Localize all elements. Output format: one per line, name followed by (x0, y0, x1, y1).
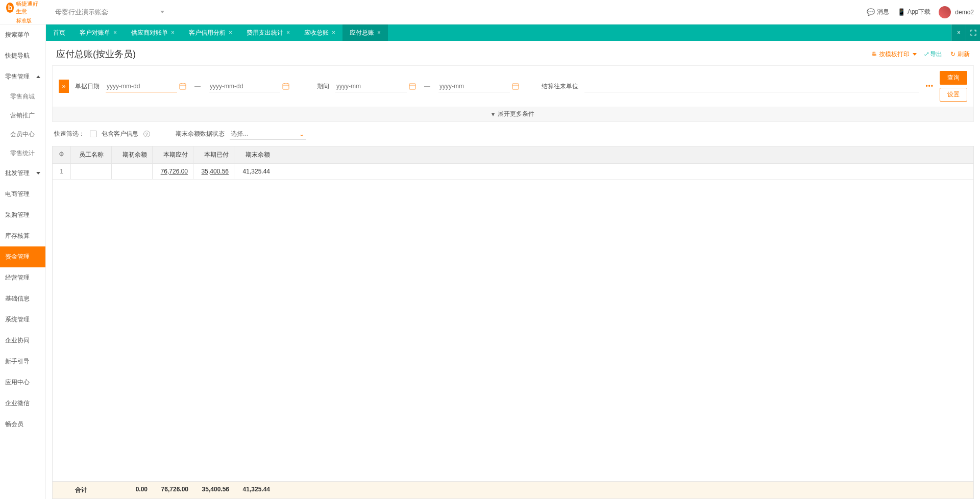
cell-paid-link[interactable]: 35,400.56 (202, 168, 229, 175)
logo[interactable]: b 畅捷通好生意 标准版 (6, 0, 42, 24)
close-icon[interactable]: × (171, 29, 175, 36)
sidebar-inventory[interactable]: 库存核算 (0, 226, 45, 246)
footer-paid: 35,400.56 (193, 482, 234, 498)
app-download-button[interactable]: App下载 (897, 8, 930, 16)
sidebar-funds[interactable]: 资金管理 (0, 246, 45, 267)
chevron-down-icon (36, 172, 40, 174)
messages-button[interactable]: 消息 (867, 8, 889, 16)
doc-date-from-input[interactable] (106, 81, 177, 92)
query-button[interactable]: 查询 (940, 71, 967, 85)
close-icon[interactable]: × (377, 29, 381, 36)
tab-expense-stats[interactable]: 费用支出统计× (239, 24, 297, 41)
sidebar-wechat[interactable]: 企业微信 (0, 393, 45, 414)
table-body: 1 76,726.00 35,400.56 41,325.44 (52, 164, 974, 481)
tab-home[interactable]: 首页 (46, 24, 72, 41)
refresh-button[interactable]: 刷新 (950, 50, 970, 59)
cell-opening (112, 164, 153, 179)
close-icon[interactable]: × (286, 29, 290, 36)
page-header: 应付总账(按业务员) 按模板打印 导出 刷新 (46, 41, 980, 65)
close-icon[interactable]: × (113, 29, 117, 36)
avatar (939, 6, 951, 18)
phone-icon (897, 8, 905, 16)
footer-payable: 76,726.00 (153, 482, 193, 498)
more-icon[interactable]: ••• (925, 83, 934, 90)
period-to-input[interactable] (438, 81, 510, 92)
close-icon[interactable]: × (332, 29, 335, 36)
calendar-icon[interactable] (409, 83, 416, 90)
sidebar-retail-members[interactable]: 会员中心 (0, 125, 45, 144)
sidebar-ecommerce[interactable]: 电商管理 (0, 184, 45, 205)
tab-payable[interactable]: 应付总账× (342, 24, 388, 41)
sidebar-search[interactable]: 搜索菜单 (0, 24, 45, 45)
expand-filters-button[interactable]: ▾ 展开更多条件 (53, 107, 973, 121)
print-label: 按模板打印 (879, 50, 910, 59)
refresh-icon (950, 51, 955, 58)
app-download-label: App下载 (908, 8, 930, 16)
filter-collapse-toggle[interactable]: » (59, 80, 69, 93)
partner-input[interactable] (584, 81, 919, 92)
sidebar-basic[interactable]: 基础信息 (0, 288, 45, 309)
topbar: b 畅捷通好生意 标准版 母婴行业演示账套 消息 App下载 demo2 (0, 0, 980, 24)
expand-label: 展开更多条件 (498, 110, 534, 118)
include-customer-checkbox[interactable] (90, 131, 96, 137)
account-name: 母婴行业演示账套 (55, 8, 108, 17)
chevron-down-icon (913, 53, 917, 56)
quick-filter-bar: 快速筛选： 包含客户信息 ? 期末余额数据状态 ⌄ (46, 122, 980, 146)
settings-column[interactable] (53, 146, 71, 163)
export-icon (925, 51, 928, 58)
export-button[interactable]: 导出 (925, 50, 942, 59)
help-icon[interactable]: ? (143, 131, 150, 137)
calendar-icon[interactable] (282, 83, 289, 90)
doc-date-to-input[interactable] (209, 81, 280, 92)
sidebar-collab[interactable]: 企业协同 (0, 330, 45, 351)
sidebar-quicknav[interactable]: 快捷导航 (0, 45, 45, 66)
account-selector[interactable]: 母婴行业演示账套 (51, 6, 168, 19)
tab-receivable[interactable]: 应收总账× (297, 24, 342, 41)
sidebar-operation[interactable]: 经营管理 (0, 267, 45, 288)
sidebar-retail-mall[interactable]: 零售商城 (0, 87, 45, 106)
calendar-icon[interactable] (179, 83, 186, 90)
sidebar-appcenter[interactable]: 应用中心 (0, 372, 45, 393)
col-paid[interactable]: 本期已付 (193, 146, 234, 163)
logo-text: 畅捷通好生意 (16, 0, 42, 15)
close-icon[interactable]: × (229, 29, 232, 36)
col-payable[interactable]: 本期应付 (153, 146, 193, 163)
sidebar-guide[interactable]: 新手引导 (0, 351, 45, 372)
table-row[interactable]: 1 76,726.00 35,400.56 41,325.44 (53, 164, 973, 180)
col-opening[interactable]: 期初余额 (112, 146, 153, 163)
svg-rect-10 (512, 84, 519, 89)
data-table: 员工名称 期初余额 本期应付 本期已付 期末余额 1 76,726.00 35,… (52, 146, 974, 499)
tab-supplier-statement[interactable]: 供应商对账单× (124, 24, 182, 41)
balance-state-select[interactable] (230, 128, 306, 140)
table-footer: 合计 0.00 76,726.00 35,400.56 41,325.44 (52, 481, 974, 499)
sidebar-retail[interactable]: 零售管理 (0, 66, 45, 87)
tabs-close-all[interactable]: × (951, 24, 966, 41)
footer-label: 合计 (71, 482, 112, 498)
sidebar-member[interactable]: 畅会员 (0, 414, 45, 435)
row-index: 1 (53, 164, 71, 179)
filter-panel: » 单据日期 — 期间 (52, 65, 974, 122)
sidebar-wholesale[interactable]: 批发管理 (0, 163, 45, 184)
main: 首页 客户对账单× 供应商对账单× 客户信用分析× 费用支出统计× 应收总账× … (46, 24, 980, 499)
fullscreen-icon (970, 30, 976, 36)
calendar-icon[interactable] (512, 83, 519, 90)
tabs-fullscreen[interactable] (966, 24, 980, 41)
svg-rect-4 (283, 84, 289, 89)
sidebar-system[interactable]: 系统管理 (0, 309, 45, 330)
sidebar-purchase[interactable]: 采购管理 (0, 205, 45, 226)
sidebar-retail-stats[interactable]: 零售统计 (0, 144, 45, 163)
col-employee[interactable]: 员工名称 (71, 146, 112, 163)
chevron-up-icon (36, 76, 40, 78)
settings-button[interactable]: 设置 (940, 88, 967, 102)
print-button[interactable]: 按模板打印 (871, 50, 917, 59)
tab-customer-statement[interactable]: 客户对账单× (72, 24, 124, 41)
sidebar-retail-marketing[interactable]: 营销推广 (0, 106, 45, 125)
cell-payable-link[interactable]: 76,726.00 (161, 168, 188, 175)
period-from-input[interactable] (335, 81, 407, 92)
footer-opening: 0.00 (112, 482, 153, 498)
export-label: 导出 (930, 50, 942, 59)
user-menu[interactable]: demo2 (939, 6, 974, 18)
tab-customer-credit[interactable]: 客户信用分析× (182, 24, 239, 41)
col-closing[interactable]: 期末余额 (234, 146, 275, 163)
dash: — (424, 83, 430, 90)
